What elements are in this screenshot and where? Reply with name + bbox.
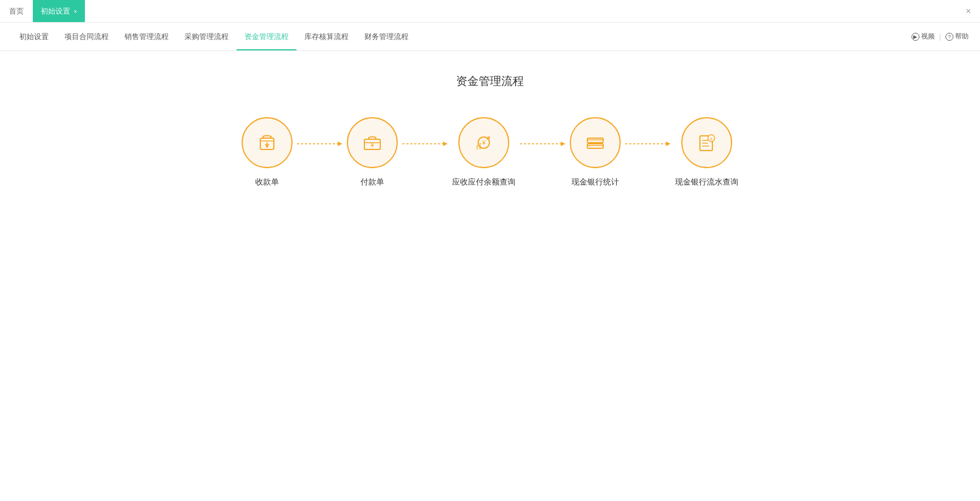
- svg-marker-3: [338, 142, 342, 146]
- svg-rect-11: [479, 143, 481, 149]
- top-bar: 首页 初始设置 × ×: [0, 0, 980, 23]
- tab-sales[interactable]: 销售管理流程: [117, 23, 177, 50]
- step-liushui-icon: ¥: [681, 117, 732, 168]
- step-xianjin-label: 现金银行统计: [571, 177, 619, 187]
- svg-rect-14: [587, 138, 603, 143]
- svg-marker-7: [443, 142, 448, 146]
- home-tab[interactable]: 首页: [0, 0, 33, 22]
- tab-capital[interactable]: 资金管理流程: [237, 23, 296, 50]
- nav-divider: |: [939, 33, 941, 41]
- help-circle-icon: ?: [945, 33, 953, 41]
- tab-finance[interactable]: 财务管理流程: [356, 23, 416, 50]
- svg-rect-16: [587, 144, 603, 148]
- svg-marker-13: [561, 142, 565, 146]
- step-shoukuan-icon: ¥: [242, 117, 293, 168]
- nav-tabs: 初始设置 项目合同流程 销售管理流程 采购管理流程 资金管理流程 库存核算流程 …: [0, 23, 980, 51]
- main-content: 初始设置 项目合同流程 销售管理流程 采购管理流程 资金管理流程 库存核算流程 …: [0, 23, 980, 501]
- video-link[interactable]: ▶ 视频: [912, 32, 935, 41]
- step-fukuan-label: 付款单: [360, 177, 384, 187]
- tab-purchase[interactable]: 采购管理流程: [177, 23, 237, 50]
- step-fukuan-icon: ¥: [347, 117, 398, 168]
- active-tab[interactable]: 初始设置 ×: [33, 0, 85, 22]
- page-title: 资金管理流程: [0, 51, 980, 117]
- window-close-button[interactable]: ×: [957, 6, 980, 16]
- help-label: 帮助: [955, 32, 969, 41]
- nav-right-actions: ▶ 视频 | ? 帮助: [912, 32, 969, 41]
- active-tab-label: 初始设置: [41, 6, 70, 16]
- svg-text:¥: ¥: [710, 137, 712, 141]
- step-yingshou-icon: ¥: [458, 117, 509, 168]
- step-xianjin[interactable]: 现金银行统计: [570, 117, 621, 187]
- svg-marker-19: [666, 142, 670, 146]
- svg-rect-10: [476, 145, 478, 149]
- flow-container: ¥ 收款单 ¥: [0, 117, 980, 187]
- video-circle-icon: ▶: [912, 33, 919, 41]
- arrow-3: [520, 139, 565, 165]
- step-fukuan[interactable]: ¥ 付款单: [347, 117, 398, 187]
- step-shoukuan-label: 收款单: [255, 177, 279, 187]
- step-liushui[interactable]: ¥ 现金银行流水查询: [675, 117, 738, 187]
- help-link[interactable]: ? 帮助: [945, 32, 969, 41]
- arrow-1: [297, 139, 342, 165]
- arrow-2: [402, 139, 448, 165]
- tab-project[interactable]: 项目合同流程: [57, 23, 117, 50]
- step-shoukuan[interactable]: ¥ 收款单: [242, 117, 293, 187]
- step-yingshou-label: 应收应付余额查询: [452, 177, 515, 187]
- step-xianjin-icon: [570, 117, 621, 168]
- step-liushui-label: 现金银行流水查询: [675, 177, 738, 187]
- tab-close-icon[interactable]: ×: [74, 8, 77, 15]
- svg-text:¥: ¥: [482, 139, 486, 146]
- tab-init[interactable]: 初始设置: [11, 23, 57, 50]
- tab-inventory[interactable]: 库存核算流程: [296, 23, 356, 50]
- video-label: 视频: [921, 32, 935, 41]
- step-yingshou[interactable]: ¥ 应收应付余额查询: [452, 117, 515, 187]
- arrow-4: [625, 139, 670, 165]
